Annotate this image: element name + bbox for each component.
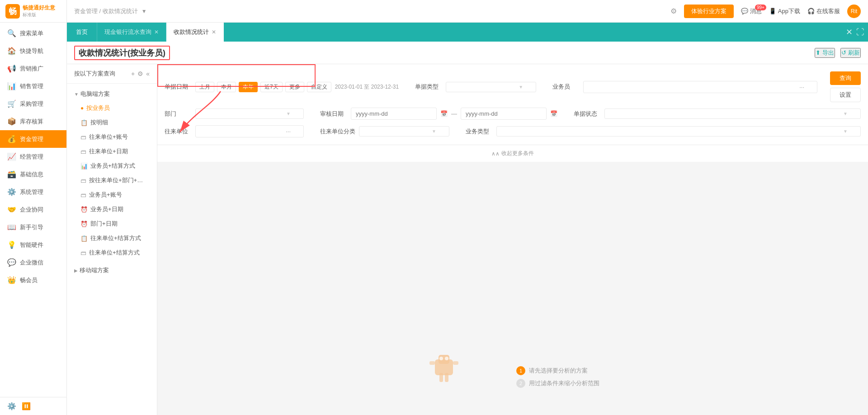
settings-footer-icon[interactable]: ⚙️ — [7, 402, 16, 410]
wechat-icon: 💬 — [7, 258, 16, 267]
svg-rect-7 — [453, 361, 458, 365]
scheme-item-by-detail[interactable]: 📋 按明细 — [67, 115, 157, 130]
quick-nav-icon: 🏠 — [7, 47, 16, 55]
export-button[interactable]: ⬆ 导出 — [815, 48, 835, 58]
partner-category-select[interactable]: ▼ — [359, 126, 449, 137]
svg-rect-6 — [429, 361, 435, 365]
sidebar-label-operation: 经营管理 — [20, 153, 43, 161]
scheme-item-by-unit-settle1[interactable]: 📋 往来单位+结算方式 — [67, 231, 157, 245]
dept-select[interactable]: ▼ — [195, 108, 304, 119]
sidebar-item-enterprise[interactable]: 🤝 企业协同 — [0, 201, 66, 218]
biz-type-select[interactable]: ▼ — [496, 126, 861, 137]
scheme-item-by-sales-settle[interactable]: 📊 业务员+结算方式 — [67, 159, 157, 173]
online-service-label: 在线客服 — [816, 7, 840, 15]
sidebar-item-member[interactable]: 👑 畅会员 — [0, 271, 66, 289]
scheme-trial-button[interactable]: 体验行业方案 — [684, 5, 734, 18]
scheme-item-by-dept-date[interactable]: ⏰ 部门+日期 — [67, 217, 157, 231]
sidebar-item-quick-nav[interactable]: 🏠 快捷导航 — [0, 42, 66, 60]
operation-icon: 📈 — [7, 152, 16, 161]
scheme-item-by-sales-account[interactable]: 🗃 业务员+账号 — [67, 188, 157, 202]
tab-receipt-stats-label: 收款情况统计 — [174, 28, 209, 36]
sidebar-item-purchase[interactable]: 🛒 采购管理 — [0, 95, 66, 113]
date-btn-more[interactable]: 更多 — [285, 82, 304, 92]
finance-icon: 💰 — [7, 135, 16, 143]
mobile-scheme-header[interactable]: ▶ 移动端方案 — [67, 264, 157, 277]
doc-type-select[interactable]: ▼ — [446, 82, 536, 92]
sidebar-item-smart-hw[interactable]: 💡 智能硬件 — [0, 236, 66, 254]
scheme-item-label-by-salesman: 按业务员 — [86, 104, 110, 112]
sidebar-item-search-menu[interactable]: 🔍 搜索菜单 — [0, 24, 66, 42]
refresh-button[interactable]: ↺ 刷新 — [840, 48, 861, 58]
mobile-scheme-label: 移动端方案 — [80, 266, 109, 274]
query-button[interactable]: 查询 — [830, 71, 861, 85]
step2-num: 2 — [516, 379, 525, 388]
filter-collapse-button[interactable]: « — [146, 70, 150, 77]
sidebar-item-inventory[interactable]: 📦 库存核算 — [0, 113, 66, 130]
partner-more-icon: ··· — [286, 128, 291, 135]
by-sales-settle-icon: 📊 — [80, 163, 88, 170]
sidebar: 畅 畅捷通好生意 标准版 🔍 搜索菜单 🏠 快捷导航 📢 营销推广 📊 销售管理 — [0, 0, 67, 415]
sidebar-label-guide: 新手引导 — [20, 223, 43, 231]
desktop-scheme-section: ▼ 电脑端方案 ● 按业务员 📋 按明细 🗃 往来单位+账号 — [67, 84, 157, 264]
partner-category-field: 往来单位分类 ▼ — [320, 126, 449, 137]
sidebar-label-inventory: 库存核算 — [20, 118, 43, 126]
user-avatar-text: Rit — [851, 8, 858, 14]
doc-status-select[interactable]: ▼ — [604, 108, 861, 119]
app-download-button[interactable]: 📱 App下载 — [769, 7, 800, 15]
desktop-scheme-header[interactable]: ▼ 电脑端方案 — [67, 87, 157, 101]
breadcrumb-dropdown-icon[interactable]: ▼ — [142, 8, 147, 14]
date-btn-custom[interactable]: 自定义 — [307, 82, 331, 92]
sidebar-item-operation[interactable]: 📈 经营管理 — [0, 148, 66, 165]
scheme-item-by-unit-account[interactable]: 🗃 往来单位+账号 — [67, 130, 157, 144]
tab-receipt-stats-close-icon[interactable]: ✕ — [212, 29, 216, 35]
tab-receipt-stats[interactable]: 收款情况统计 ✕ — [166, 23, 224, 42]
biz-type-field: 业务类型 ▼ — [466, 126, 861, 137]
date-btn-this-year[interactable]: 本年 — [239, 82, 258, 92]
sidebar-label-sales: 销售管理 — [20, 82, 43, 90]
scheme-item-label-by-unit-account: 往来单位+账号 — [89, 133, 128, 141]
review-date-start-input[interactable] — [351, 108, 437, 120]
tabbar-maximize-icon[interactable]: ⛶ — [856, 28, 864, 37]
scheme-item-label-by-unit-settle2: 往来单位+结算方式 — [89, 249, 140, 257]
sidebar-item-marketing[interactable]: 📢 营销推广 — [0, 60, 66, 77]
partner-select[interactable]: ··· — [195, 125, 304, 137]
calendar-start-icon[interactable]: 📅 — [440, 110, 448, 117]
scheme-item-by-unit-dept-recv[interactable]: 🗃 按往来单位+部门+收... — [67, 173, 157, 188]
sidebar-item-system[interactable]: ⚙️ 系统管理 — [0, 183, 66, 201]
scheme-item-by-unit-settle2[interactable]: 🗃 往来单位+结算方式 — [67, 245, 157, 260]
sidebar-footer: ⚙️ ⏸️ — [0, 397, 66, 415]
sidebar-item-finance[interactable]: 💰 资金管理 — [0, 130, 66, 148]
tab-home[interactable]: 首页 — [67, 23, 97, 42]
topbar-gear-button[interactable]: ⚙ — [670, 7, 677, 15]
page-title: 收款情况统计(按业务员) — [74, 46, 170, 60]
user-avatar-button[interactable]: Rit — [847, 5, 861, 18]
scheme-item-by-sales-date[interactable]: ⏰ 业务员+日期 — [67, 202, 157, 217]
review-date-end-input[interactable] — [461, 108, 547, 120]
date-btn-this-month[interactable]: 本月 — [217, 82, 236, 92]
date-btn-last-month[interactable]: 上月 — [195, 82, 214, 92]
online-service-button[interactable]: 🎧 在线客服 — [807, 7, 840, 15]
scheme-item-by-unit-date[interactable]: 🗃 往来单位+日期 — [67, 144, 157, 159]
salesman-select[interactable]: ··· — [583, 81, 817, 93]
tabbar-close-all: ✕ ⛶ — [846, 27, 864, 37]
sidebar-item-basic-info[interactable]: 🗃️ 基础信息 — [0, 165, 66, 183]
sidebar-item-wechat[interactable]: 💬 企业微信 — [0, 254, 66, 271]
settings-button[interactable]: 设置 — [830, 88, 861, 102]
sidebar-item-sales[interactable]: 📊 销售管理 — [0, 77, 66, 95]
doc-status-label: 单据状态 — [574, 110, 601, 118]
collapse-footer-icon[interactable]: ⏸️ — [22, 402, 31, 410]
date-btn-7days[interactable]: 近7天 — [260, 82, 283, 92]
message-button[interactable]: 💬 消息 99+ — [741, 7, 762, 15]
tab-bank-flow-close-icon[interactable]: ✕ — [154, 29, 159, 35]
tabbar-close-icon[interactable]: ✕ — [846, 27, 853, 37]
scheme-item-by-salesman[interactable]: ● 按业务员 — [67, 101, 157, 115]
empty-step-1: 1 请先选择要分析的方案 — [516, 366, 588, 375]
filter-add-button[interactable]: + — [131, 70, 135, 77]
by-dept-date-icon: ⏰ — [80, 221, 88, 227]
tab-bank-flow[interactable]: 现金银行流水查询 ✕ — [97, 23, 166, 42]
collapse-bar[interactable]: ∧∧ 收起更多条件 — [157, 145, 868, 162]
filter-settings-button[interactable]: ⚙ — [137, 70, 143, 77]
sidebar-item-guide[interactable]: 📖 新手引导 — [0, 218, 66, 236]
mobile-scheme-arrow-icon: ▶ — [74, 268, 78, 273]
calendar-end-icon[interactable]: 📅 — [550, 110, 557, 117]
